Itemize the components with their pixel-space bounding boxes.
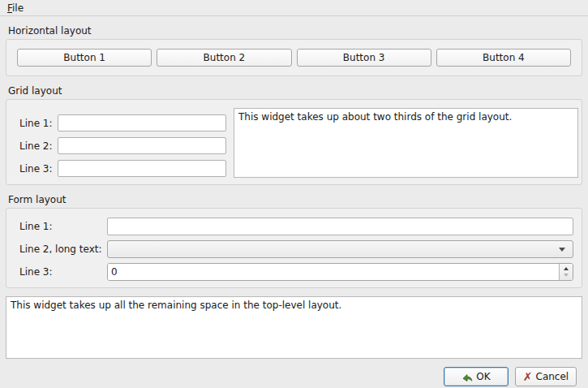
green-curved-arrow-icon	[461, 371, 473, 382]
grid-line2-input[interactable]	[58, 137, 226, 154]
button-2[interactable]: Button 2	[157, 49, 291, 67]
form-line1-input[interactable]	[107, 218, 573, 235]
red-cross-icon: ✗	[523, 371, 533, 382]
horizontal-button-row: Button 1 Button 2 Button 3 Button 4	[6, 40, 582, 75]
button-1[interactable]: Button 1	[17, 49, 152, 67]
horizontal-layout-group: Button 1 Button 2 Button 3 Button 4	[6, 39, 582, 76]
grid-line2-label: Line 2:	[19, 140, 54, 152]
button-4[interactable]: Button 4	[436, 49, 571, 67]
form-line1-label: Line 1:	[19, 221, 107, 232]
grid-line1-label: Line 1:	[19, 118, 54, 129]
form-line2-label: Line 2, long text:	[19, 244, 107, 255]
grid-row-1: Line 1:	[19, 114, 226, 131]
basic-layouts-window: { "menubar": { "file": { "mnemonic": "F"…	[0, 0, 588, 388]
form-line2-combobox[interactable]	[107, 240, 573, 258]
dialog-content: Horizontal layout Button 1 Button 2 Butt…	[0, 25, 588, 288]
grid-textedit[interactable]: This widget takes up about two thirds of…	[234, 108, 578, 178]
form-row-3: Line 3:	[19, 263, 573, 281]
form-line3-spinbox	[107, 263, 573, 281]
spinbox-buttons	[559, 264, 573, 280]
grid-line3-label: Line 3:	[19, 163, 54, 175]
spin-up-arrow-icon[interactable]	[564, 267, 569, 270]
horizontal-layout-title: Horizontal layout	[8, 25, 582, 37]
grid-layout-group: Line 1: Line 2: Line 3: This widget take…	[6, 99, 582, 185]
form-row-2: Line 2, long text:	[19, 240, 573, 258]
cancel-button-label: Cancel	[536, 371, 569, 382]
menu-file-label: ile	[12, 2, 24, 14]
grid-line3-input[interactable]	[58, 160, 226, 177]
ok-button[interactable]: OK	[444, 367, 509, 386]
chevron-down-icon	[559, 248, 565, 252]
form-layout-title: Form layout	[8, 194, 582, 205]
spinbox-input[interactable]	[108, 264, 559, 280]
grid-row-3: Line 3:	[19, 160, 226, 177]
grid-line1-input[interactable]	[58, 114, 226, 131]
ok-button-label: OK	[476, 371, 490, 382]
grid-row-2: Line 2:	[19, 137, 226, 154]
form-layout-group: Line 1: Line 2, long text: Line 3:	[6, 208, 582, 288]
form-row-1: Line 1:	[19, 218, 573, 235]
grid-layout-title: Grid layout	[8, 85, 582, 97]
button-3[interactable]: Button 3	[297, 49, 431, 67]
menubar: File	[0, 0, 588, 16]
spin-down-arrow-icon[interactable]	[564, 274, 569, 277]
grid-left-column: Line 1: Line 2: Line 3:	[19, 100, 226, 184]
form-line3-label: Line 3:	[19, 266, 107, 278]
cancel-button[interactable]: ✗ Cancel	[515, 367, 577, 386]
dialog-button-box: OK ✗ Cancel	[0, 367, 577, 386]
bottom-textedit[interactable]: This widget takes up all the remaining s…	[6, 296, 582, 359]
menu-file[interactable]: File	[2, 2, 28, 15]
